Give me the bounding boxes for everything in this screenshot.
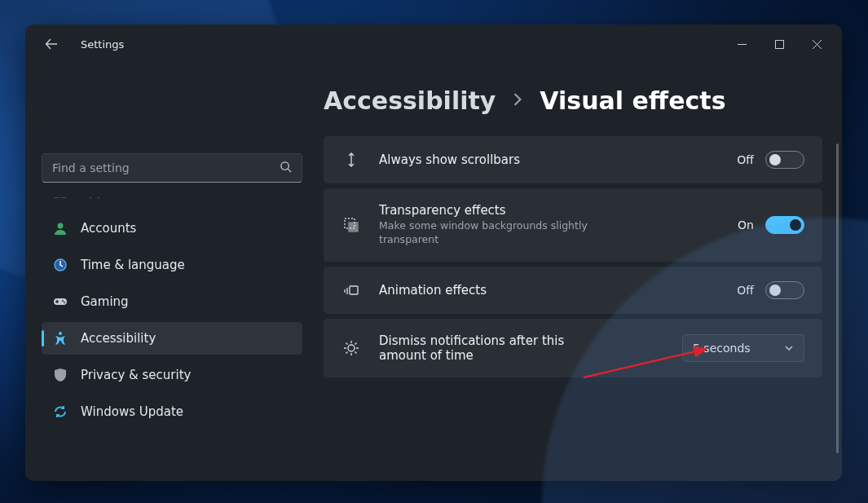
setting-always-show-scrollbars[interactable]: Always show scrollbars Off [324, 136, 822, 183]
scrollbars-toggle[interactable] [765, 151, 804, 169]
sidebar: Apps Accounts Time & language Gaming [25, 64, 319, 481]
svg-point-11 [59, 332, 62, 335]
content-area: Accessibility Visual effects Always show… [319, 64, 842, 481]
setting-title: Dismiss notifications after this amount … [379, 333, 591, 363]
close-button[interactable] [798, 31, 835, 57]
transparency-toggle[interactable] [765, 216, 804, 234]
transparency-icon [341, 216, 361, 234]
breadcrumb: Accessibility Visual effects [324, 86, 822, 115]
sidebar-item-apps[interactable]: Apps [42, 197, 302, 208]
time-language-icon [53, 258, 68, 272]
svg-point-15 [348, 345, 355, 351]
svg-point-9 [62, 300, 64, 302]
breadcrumb-parent[interactable]: Accessibility [324, 86, 496, 115]
svg-rect-14 [350, 286, 358, 294]
svg-rect-0 [775, 40, 783, 48]
breadcrumb-current: Visual effects [540, 86, 725, 115]
svg-line-16 [584, 349, 706, 377]
settings-window: Settings Apps [25, 24, 842, 481]
scrollbars-icon [341, 151, 361, 169]
sidebar-item-label: Privacy & security [81, 368, 191, 382]
setting-animation-effects[interactable]: Animation effects Off [324, 267, 822, 314]
back-button[interactable] [38, 31, 64, 57]
setting-title: Transparency effects [379, 203, 720, 218]
sidebar-item-time-language[interactable]: Time & language [42, 249, 302, 281]
accounts-icon [53, 221, 68, 236]
update-icon [53, 404, 68, 419]
svg-point-10 [64, 302, 65, 303]
svg-point-6 [58, 223, 64, 229]
chevron-right-icon [510, 92, 525, 110]
search-icon [280, 161, 292, 176]
svg-rect-13 [349, 223, 358, 232]
sidebar-item-label: Accessibility [81, 331, 156, 346]
sidebar-item-label: Accounts [81, 221, 136, 236]
svg-rect-5 [61, 197, 67, 198]
nav-list[interactable]: Apps Accounts Time & language Gaming [42, 197, 302, 481]
accessibility-icon [53, 331, 68, 346]
svg-point-1 [281, 161, 289, 169]
apps-icon [53, 197, 68, 199]
gaming-icon [53, 294, 68, 309]
brightness-icon [341, 339, 361, 357]
setting-title: Always show scrollbars [379, 152, 719, 167]
shield-icon [53, 368, 68, 382]
sidebar-item-label: Gaming [81, 294, 129, 309]
animation-icon [341, 281, 361, 299]
sidebar-item-privacy-security[interactable]: Privacy & security [42, 359, 302, 391]
dismiss-time-dropdown[interactable]: 5 seconds [682, 334, 804, 362]
toggle-state-label: Off [737, 284, 754, 297]
content-scrollbar[interactable] [836, 143, 839, 453]
chevron-down-icon [784, 343, 794, 353]
svg-rect-4 [54, 197, 59, 198]
annotation-arrow [579, 342, 718, 386]
setting-title: Animation effects [379, 283, 719, 298]
sidebar-item-windows-update[interactable]: Windows Update [42, 395, 302, 428]
search-input[interactable] [52, 161, 280, 174]
search-box[interactable] [42, 153, 302, 183]
titlebar: Settings [25, 24, 842, 64]
sidebar-item-label: Time & language [81, 258, 185, 272]
setting-subtitle: Make some window backgrounds slightly tr… [379, 219, 591, 247]
dropdown-value: 5 seconds [693, 342, 751, 355]
maximize-button[interactable] [760, 31, 798, 57]
sidebar-item-label: Apps [81, 197, 111, 199]
toggle-state-label: Off [737, 153, 754, 166]
sidebar-item-label: Windows Update [81, 404, 183, 419]
minimize-button[interactable] [723, 31, 760, 57]
app-title: Settings [81, 38, 124, 51]
animation-toggle[interactable] [765, 281, 804, 299]
sidebar-item-accounts[interactable]: Accounts [42, 212, 302, 245]
setting-transparency-effects[interactable]: Transparency effects Make some window ba… [324, 188, 822, 262]
sidebar-item-gaming[interactable]: Gaming [42, 285, 302, 318]
setting-dismiss-notifications[interactable]: Dismiss notifications after this amount … [324, 319, 822, 377]
toggle-state-label: On [738, 218, 754, 232]
sidebar-item-accessibility[interactable]: Accessibility [42, 322, 302, 355]
